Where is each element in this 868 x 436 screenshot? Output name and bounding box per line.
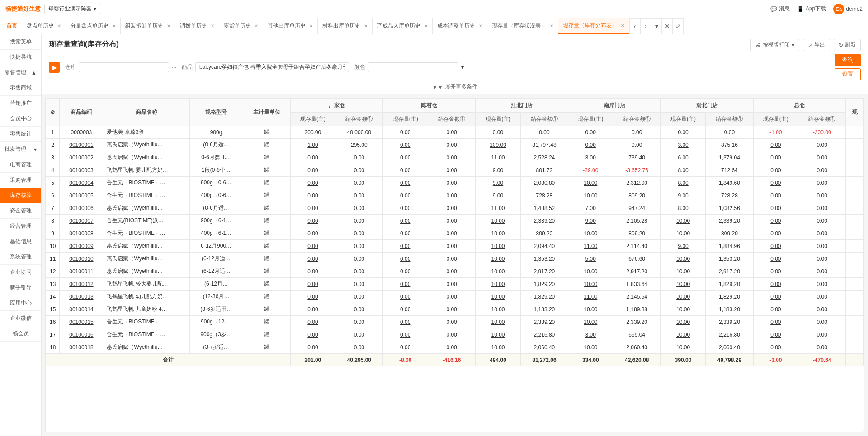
color-input[interactable] xyxy=(368,62,458,72)
tab-2[interactable]: 分量盘点单历史 ✕ xyxy=(66,18,121,34)
tab-11[interactable]: 现存量（库存分布表） ✕ xyxy=(558,18,629,34)
cell-jb-qty[interactable]: 10.00 xyxy=(476,253,521,265)
sidebar-item-nav[interactable]: 快捷导航 xyxy=(0,50,41,65)
cell-code[interactable]: 00100018 xyxy=(60,341,103,354)
cell-yb-qty[interactable]: 9.00 xyxy=(660,189,706,202)
cell-code[interactable]: 00100013 xyxy=(60,291,103,303)
cell-cc-qty[interactable]: 0.00 xyxy=(383,189,428,202)
sidebar-item-retail-stats[interactable]: 零售统计 xyxy=(0,127,41,142)
message-btn[interactable]: 💬 消息 xyxy=(770,5,790,13)
cell-total-qty[interactable]: 0.00 xyxy=(753,278,798,291)
close-icon[interactable]: ✕ xyxy=(550,23,553,28)
cell-fj-qty[interactable]: 0.00 xyxy=(290,291,335,303)
cell-code[interactable]: 00100007 xyxy=(60,215,103,227)
cell-fj-qty[interactable]: 1.00 xyxy=(290,139,335,151)
close-icon[interactable]: ✕ xyxy=(479,23,482,28)
cell-total-qty[interactable]: 0.00 xyxy=(753,341,798,354)
sidebar-item-finance[interactable]: 资金管理 xyxy=(0,203,41,219)
cell-yb-qty[interactable]: 9.00 xyxy=(660,240,706,253)
cell-jb-qty[interactable]: 9.00 xyxy=(476,164,521,177)
cell-cc-qty[interactable]: 0.00 xyxy=(383,139,428,151)
cell-cc-qty[interactable]: 0.00 xyxy=(383,202,428,215)
cell-yb-qty[interactable]: 10.00 xyxy=(660,215,706,227)
cell-total-qty[interactable]: -1.00 xyxy=(753,126,798,139)
cell-code[interactable]: 00100009 xyxy=(60,240,103,253)
cell-na-qty[interactable]: 10.00 xyxy=(568,189,613,202)
sidebar-item-member2[interactable]: 畅会员 xyxy=(0,326,41,342)
cell-jb-qty[interactable]: 10.00 xyxy=(476,341,521,354)
product-input[interactable] xyxy=(195,62,349,72)
cell-total-qty[interactable]: 0.00 xyxy=(753,139,798,151)
cell-code[interactable]: 00100010 xyxy=(60,253,103,265)
cell-cc-qty[interactable]: 0.00 xyxy=(383,253,428,265)
cell-fj-qty[interactable]: 0.00 xyxy=(290,278,335,291)
cell-total-qty[interactable]: 0.00 xyxy=(753,316,798,328)
cell-yb-qty[interactable]: 10.00 xyxy=(660,303,706,316)
sidebar-item-inventory[interactable]: 库存核算 xyxy=(0,188,41,203)
cell-na-qty[interactable]: 10.00 xyxy=(568,177,613,189)
cell-code[interactable]: 00100015 xyxy=(60,316,103,328)
cell-jb-qty[interactable]: 11.00 xyxy=(476,151,521,164)
cell-cc-qty[interactable]: 0.00 xyxy=(383,164,428,177)
cell-jb-qty[interactable]: 11.00 xyxy=(476,202,521,215)
cell-code[interactable]: 00100001 xyxy=(60,139,103,151)
close-icon[interactable]: ✕ xyxy=(364,23,368,28)
tab-next-btn[interactable]: › xyxy=(640,18,651,34)
tab-more-btn[interactable]: ▾ xyxy=(651,18,662,34)
cell-fj-qty[interactable]: 0.00 xyxy=(290,164,335,177)
cell-total-qty[interactable]: 0.00 xyxy=(753,151,798,164)
cell-jb-qty[interactable]: 10.00 xyxy=(476,328,521,341)
cell-yb-qty[interactable]: 10.00 xyxy=(660,227,706,240)
cell-na-qty[interactable]: 5.00 xyxy=(568,253,613,265)
cell-total-qty[interactable]: 0.00 xyxy=(753,164,798,177)
cell-jb-qty[interactable]: 10.00 xyxy=(476,291,521,303)
tab-8[interactable]: 产成品入库单历史 ✕ xyxy=(373,18,433,34)
cell-total-qty[interactable]: 0.00 xyxy=(753,240,798,253)
sidebar-item-ecommerce[interactable]: 电商管理 xyxy=(0,157,41,173)
cell-total-qty[interactable]: 0.00 xyxy=(753,253,798,265)
cell-cc-qty[interactable]: 0.00 xyxy=(383,303,428,316)
tab-expand-btn[interactable]: ⤢ xyxy=(673,18,684,34)
query-btn[interactable]: 查询 xyxy=(835,54,861,66)
cell-jb-qty[interactable]: 10.00 xyxy=(476,265,521,278)
print-btn[interactable]: 🖨 按模版打印 ▾ xyxy=(750,39,799,51)
cell-cc-qty[interactable]: 0.00 xyxy=(383,316,428,328)
tab-10[interactable]: 现存量（库存状况表） ✕ xyxy=(487,18,558,34)
tab-9[interactable]: 成本调整单历史 ✕ xyxy=(433,18,487,34)
cell-na-qty[interactable]: 9.00 xyxy=(568,215,613,227)
tab-6[interactable]: 其他出库单历史 ✕ xyxy=(263,18,318,34)
cell-cc-qty[interactable]: 0.00 xyxy=(383,227,428,240)
cell-total-qty[interactable]: 0.00 xyxy=(753,265,798,278)
cell-cc-qty[interactable]: 0.00 xyxy=(383,291,428,303)
sidebar-item-guide[interactable]: 新手引导 xyxy=(0,280,41,295)
cell-total-qty[interactable]: 0.00 xyxy=(753,202,798,215)
cell-jb-qty[interactable]: 10.00 xyxy=(476,278,521,291)
sidebar-item-member[interactable]: 会员中心 xyxy=(0,111,41,127)
cell-yb-qty[interactable]: 0.00 xyxy=(660,126,706,139)
cell-jb-qty[interactable]: 10.00 xyxy=(476,227,521,240)
cell-cc-qty[interactable]: 0.00 xyxy=(383,177,428,189)
cell-yb-qty[interactable]: 10.00 xyxy=(660,265,706,278)
cell-cc-qty[interactable]: 0.00 xyxy=(383,215,428,227)
cell-jb-qty[interactable]: 9.00 xyxy=(476,189,521,202)
cell-code[interactable]: 00100012 xyxy=(60,278,103,291)
cell-fj-qty[interactable]: 0.00 xyxy=(290,227,335,240)
cell-na-qty[interactable]: 10.00 xyxy=(568,278,613,291)
cell-fj-qty[interactable]: 0.00 xyxy=(290,316,335,328)
th-gear[interactable]: ⚙ xyxy=(46,99,60,126)
sidebar-item-wholesale[interactable]: 批发管理 ▾ xyxy=(0,142,41,157)
cell-yb-qty[interactable]: 8.00 xyxy=(660,164,706,177)
cell-fj-qty[interactable]: 0.00 xyxy=(290,202,335,215)
cell-jb-qty[interactable]: 10.00 xyxy=(476,316,521,328)
tab-7[interactable]: 材料出库单历史 ✕ xyxy=(318,18,373,34)
app-download-btn[interactable]: 📱 App下载 xyxy=(797,5,826,13)
sidebar-item-retail-mgmt[interactable]: 零售管理 ▲ xyxy=(0,65,41,80)
cell-yb-qty[interactable]: 10.00 xyxy=(660,341,706,354)
cell-cc-qty[interactable]: 0.00 xyxy=(383,265,428,278)
sidebar-item-purchase[interactable]: 采购管理 xyxy=(0,173,41,188)
cell-total-qty[interactable]: 0.00 xyxy=(753,215,798,227)
cell-code[interactable]: 00100005 xyxy=(60,189,103,202)
sidebar-item-marketing[interactable]: 营销推广 xyxy=(0,96,41,111)
refresh-btn[interactable]: ↻ 刷新 xyxy=(834,39,861,51)
cell-yb-qty[interactable]: 8.00 xyxy=(660,202,706,215)
